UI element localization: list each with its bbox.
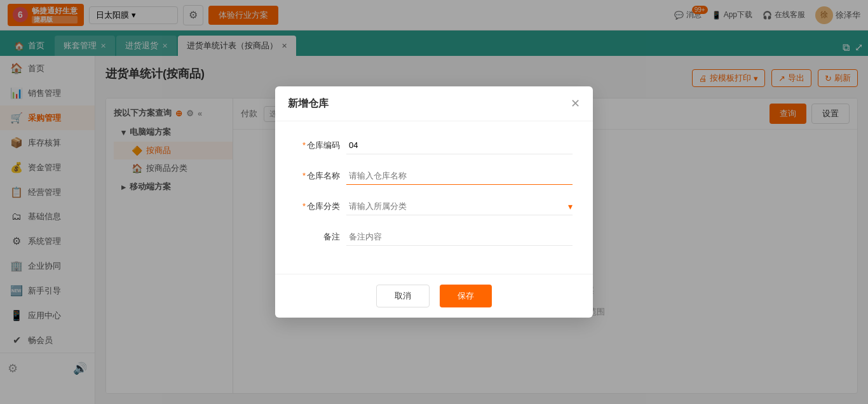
code-label: *仓库编码 — [295, 140, 346, 151]
form-row-category: *仓库分类 ▾ — [295, 198, 573, 215]
category-arrow: ▾ — [568, 201, 573, 212]
name-input[interactable] — [346, 167, 573, 185]
note-label: 备注 — [295, 231, 346, 243]
save-button[interactable]: 保存 — [440, 285, 492, 307]
modal-footer: 取消 保存 — [275, 274, 593, 318]
form-row-name: *仓库名称 — [295, 167, 573, 185]
add-warehouse-modal: 新增仓库 ✕ *仓库编码 *仓库名称 *仓库分类 — [275, 86, 593, 318]
modal-header: 新增仓库 ✕ — [275, 86, 593, 121]
modal-body: *仓库编码 *仓库名称 *仓库分类 ▾ — [275, 121, 593, 274]
category-input[interactable] — [346, 198, 568, 215]
modal-title: 新增仓库 — [288, 97, 329, 111]
code-input[interactable] — [346, 137, 573, 154]
note-input[interactable] — [346, 228, 573, 246]
form-row-code: *仓库编码 — [295, 137, 573, 154]
form-row-note: 备注 — [295, 228, 573, 246]
category-label: *仓库分类 — [295, 201, 346, 212]
modal-close-button[interactable]: ✕ — [571, 97, 580, 111]
modal-overlay: 新增仓库 ✕ *仓库编码 *仓库名称 *仓库分类 — [0, 0, 868, 404]
category-select[interactable]: ▾ — [346, 198, 573, 215]
cancel-button[interactable]: 取消 — [376, 285, 430, 307]
name-label: *仓库名称 — [295, 170, 346, 182]
